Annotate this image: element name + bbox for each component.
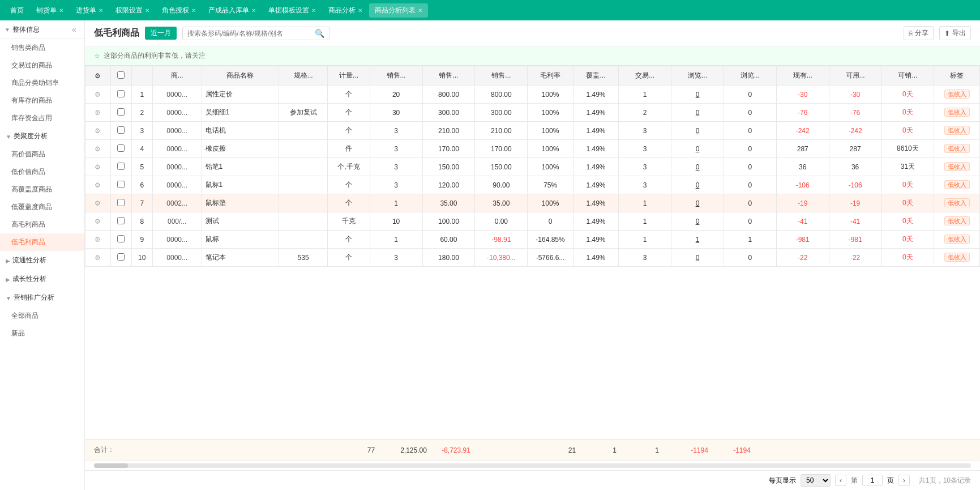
th-coverage[interactable]: 覆盖... — [573, 66, 618, 86]
cell-browse1[interactable]: 0 — [671, 122, 724, 140]
nav-sales-order[interactable]: 销货单 ✕ — [31, 3, 69, 18]
cell-browse1[interactable]: 0 — [671, 194, 724, 212]
cell-checkbox[interactable] — [110, 158, 131, 176]
th-settings[interactable]: ⚙ — [85, 66, 111, 86]
per-page-select[interactable]: 50 20 100 — [801, 474, 831, 487]
cell-settings[interactable]: ⚙ — [85, 176, 111, 194]
cell-settings[interactable]: ⚙ — [85, 212, 111, 231]
cell-checkbox[interactable] — [110, 86, 131, 104]
cell-checkbox[interactable] — [110, 194, 131, 212]
table-row[interactable]: ⚙ 7 0002... 鼠标垫 个 1 35.00 35.00 100% 1.4… — [85, 194, 980, 212]
cell-settings[interactable]: ⚙ — [85, 158, 111, 176]
sidebar-item-high-margin[interactable]: 高毛利商品 — [0, 216, 84, 233]
table-row[interactable]: ⚙ 3 0000... 电话机 个 3 210.00 210.00 100% 1… — [85, 122, 980, 140]
nav-close-product-in[interactable]: ✕ — [251, 7, 256, 14]
table-row[interactable]: ⚙ 10 0000... 笔记本 535 个 3 180.00 -10,380.… — [85, 249, 980, 267]
th-gross-rate[interactable]: 毛利率 — [528, 66, 573, 86]
row-checkbox[interactable] — [117, 199, 125, 206]
sidebar-group-growth[interactable]: 成长性分析 — [0, 270, 84, 288]
cell-settings[interactable]: ⚙ — [85, 104, 111, 122]
nav-close-analysis-list[interactable]: ✕ — [418, 7, 422, 14]
th-unit[interactable]: 计量... — [328, 66, 370, 86]
cell-checkbox[interactable] — [110, 249, 131, 267]
nav-close-permissions[interactable]: ✕ — [145, 7, 149, 14]
nav-role-auth[interactable]: 角色授权 ✕ — [156, 3, 202, 18]
cell-checkbox[interactable] — [110, 231, 131, 249]
sidebar-item-high-value[interactable]: 高价值商品 — [0, 146, 84, 163]
nav-product-in[interactable]: 产成品入库单 ✕ — [203, 3, 262, 18]
th-spec[interactable]: 规格... — [279, 66, 328, 86]
row-checkbox[interactable] — [117, 235, 125, 242]
cell-browse1[interactable]: 0 — [671, 104, 724, 122]
cell-browse1[interactable]: 1 — [671, 231, 724, 249]
search-icon[interactable]: 🔍 — [315, 29, 324, 38]
cell-settings[interactable]: ⚙ — [85, 249, 111, 267]
sidebar-item-new-goods[interactable]: 新品 — [0, 325, 84, 342]
th-checkbox[interactable] — [110, 66, 131, 86]
sidebar-item-low-margin[interactable]: 低毛利商品 — [0, 233, 84, 251]
cell-settings[interactable]: ⚙ — [85, 194, 111, 212]
search-box[interactable]: 🔍 — [182, 27, 329, 40]
nav-close-role[interactable]: ✕ — [191, 7, 196, 14]
th-current[interactable]: 现有... — [776, 66, 829, 86]
sidebar-item-traded-goods[interactable]: 交易过的商品 — [0, 57, 84, 74]
page-number-input[interactable] — [862, 475, 883, 486]
sidebar-group-circulation[interactable]: 流通性分析 — [0, 251, 84, 270]
cell-browse1[interactable]: 0 — [671, 249, 724, 267]
th-available[interactable]: 可用... — [829, 66, 881, 86]
th-trade[interactable]: 交易... — [619, 66, 671, 86]
sidebar-item-low-value[interactable]: 低价值商品 — [0, 163, 84, 181]
cell-settings[interactable]: ⚙ — [85, 231, 111, 249]
sidebar-collapse-btn[interactable] — [69, 24, 80, 35]
th-code[interactable]: 商... — [152, 66, 202, 86]
nav-close-sales[interactable]: ✕ — [59, 7, 63, 14]
th-name[interactable]: 商品名称 — [202, 66, 279, 86]
sidebar-item-high-coverage[interactable]: 高覆盖度商品 — [0, 181, 84, 198]
cell-checkbox[interactable] — [110, 122, 131, 140]
cell-checkbox[interactable] — [110, 176, 131, 194]
th-tag[interactable]: 标签 — [934, 66, 980, 86]
cell-checkbox[interactable] — [110, 140, 131, 158]
row-checkbox[interactable] — [117, 217, 125, 224]
th-sellable[interactable]: 可销... — [881, 66, 934, 86]
cell-browse1[interactable]: 0 — [671, 158, 724, 176]
export-btn[interactable]: ⬆ 导出 — [939, 26, 971, 40]
nav-analysis-list[interactable]: 商品分析列表 ✕ — [369, 3, 428, 18]
nav-permissions[interactable]: 权限设置 ✕ — [110, 3, 155, 18]
nav-close-purchase[interactable]: ✕ — [99, 7, 103, 14]
search-input[interactable] — [187, 29, 312, 37]
sidebar-item-sales-goods[interactable]: 销售类商品 — [0, 39, 84, 57]
row-checkbox[interactable] — [117, 90, 125, 97]
cell-settings[interactable]: ⚙ — [85, 86, 111, 104]
row-checkbox[interactable] — [117, 126, 125, 134]
nav-home[interactable]: 首页 — [5, 3, 29, 18]
nav-close-template[interactable]: ✕ — [311, 7, 316, 14]
scrollbar-thumb[interactable] — [94, 463, 128, 468]
table-row[interactable]: ⚙ 2 0000... 吴细细1 参加复试 个 30 300.00 300.00… — [85, 104, 980, 122]
select-all-checkbox[interactable] — [117, 71, 125, 79]
cell-settings[interactable]: ⚙ — [85, 140, 111, 158]
th-browse1[interactable]: 浏览... — [671, 66, 724, 86]
sidebar-item-in-stock[interactable]: 有库存的商品 — [0, 92, 84, 109]
row-checkbox[interactable] — [117, 253, 125, 261]
sidebar-group-cluster[interactable]: 类聚度分析 — [0, 127, 84, 146]
cell-browse1[interactable]: 0 — [671, 176, 724, 194]
row-checkbox[interactable] — [117, 144, 125, 152]
next-page-btn[interactable]: › — [898, 475, 910, 486]
cell-checkbox[interactable] — [110, 104, 131, 122]
nav-template-settings[interactable]: 单据模板设置 ✕ — [263, 3, 322, 18]
sidebar-group-overall[interactable]: 整体信息 — [5, 25, 40, 35]
table-row[interactable]: ⚙ 4 0000... 橡皮擦 件 3 170.00 170.00 100% 1… — [85, 140, 980, 158]
sidebar-item-low-coverage[interactable]: 低覆盖度商品 — [0, 198, 84, 216]
table-row[interactable]: ⚙ 6 0000... 鼠标1 个 3 120.00 90.00 75% 1.4… — [85, 176, 980, 194]
sidebar-group-marketing[interactable]: 营销推广分析 — [0, 288, 84, 307]
nav-product-analysis[interactable]: 商品分析 ✕ — [323, 3, 368, 18]
prev-page-btn[interactable]: ‹ — [835, 475, 846, 486]
horizontal-scrollbar[interactable] — [94, 463, 971, 468]
cell-browse1[interactable]: 0 — [671, 86, 724, 104]
row-checkbox[interactable] — [117, 163, 125, 170]
sidebar-item-sales-rate[interactable]: 商品分类助销率 — [0, 74, 84, 92]
cell-settings[interactable]: ⚙ — [85, 122, 111, 140]
row-checkbox[interactable] — [117, 181, 125, 188]
nav-purchase-order[interactable]: 进货单 ✕ — [70, 3, 109, 18]
